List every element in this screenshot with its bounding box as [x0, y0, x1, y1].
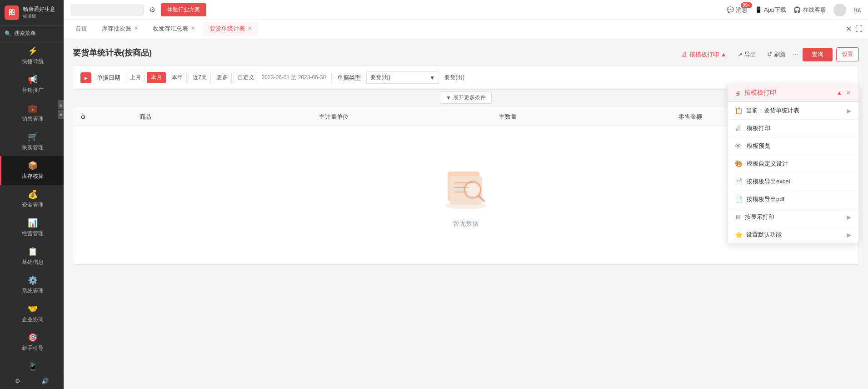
- printer-icon: 🖨: [682, 51, 688, 58]
- settings-button[interactable]: 设置: [836, 47, 859, 61]
- th-unit: 主计量单位: [319, 113, 492, 121]
- online-service-label: 在线客服: [803, 6, 826, 14]
- tab-actions: ✕ ⛶: [846, 25, 863, 33]
- sidebar-label-sales: 销售管理: [22, 115, 44, 123]
- more-btn[interactable]: ···: [793, 51, 799, 59]
- inventory-icon: 📦: [28, 161, 38, 171]
- sidebar-label-marketing: 营销推广: [22, 86, 44, 94]
- tab-collection[interactable]: 收发存汇总表 ✕: [146, 22, 201, 36]
- dropdown-template-print[interactable]: 🖨 模板打印: [728, 120, 858, 137]
- sidebar-item-cooperation[interactable]: 🤝企业协同: [0, 299, 64, 328]
- export-btn[interactable]: ↗ 导出: [734, 49, 760, 61]
- sidebar-item-purchase[interactable]: 🛒采购管理: [0, 127, 64, 156]
- date-options: 上月 本月 本年 近7天 更多 自定义 2023-06-01 至 2023-06…: [126, 72, 326, 83]
- tab-order-stats-close[interactable]: ✕: [248, 25, 252, 31]
- sidebar-item-basics[interactable]: 📋基础信息: [0, 242, 64, 271]
- export-pdf-icon: 📄: [735, 196, 742, 203]
- dropdown-set-default[interactable]: ⭐ 设置默认功能 ▶: [728, 226, 858, 243]
- current-template-label: 当前：要货单统计表: [746, 106, 799, 115]
- template-preview-icon: 👁: [735, 142, 742, 150]
- tab-home[interactable]: 首页: [69, 22, 94, 36]
- dropdown-export-pdf[interactable]: 📄 按模板导出pdf: [728, 191, 858, 208]
- guide-icon: 🎯: [28, 333, 38, 343]
- dropdown-template-design[interactable]: 🎨 模板自定义设计: [728, 155, 858, 173]
- basics-icon: 📋: [28, 247, 38, 257]
- th-quantity: 主数量: [499, 113, 672, 121]
- expand-label: 展开更多条件: [453, 94, 486, 101]
- trial-button[interactable]: 体验行业方案: [161, 3, 206, 16]
- scroll-up-arrow[interactable]: ▲: [58, 100, 64, 109]
- date-this-year-btn[interactable]: 本年: [168, 72, 187, 83]
- notification-badge: 99+: [741, 2, 752, 8]
- date-this-month-btn[interactable]: 本月: [147, 72, 166, 83]
- set-default-icon: ⭐: [735, 231, 743, 238]
- username-label: Rit: [853, 6, 861, 13]
- date-prev-month-btn[interactable]: 上月: [126, 72, 145, 83]
- dropdown-current-template[interactable]: 📋 当前：要货单统计表 ▶: [728, 102, 858, 120]
- order-type-select[interactable]: 要货(出) ▼: [366, 71, 439, 84]
- template-print-icon: 🖨: [735, 125, 742, 132]
- sidebar-item-quick-nav[interactable]: ⚡快捷导航: [0, 41, 64, 70]
- query-button[interactable]: 查询: [803, 48, 833, 61]
- sidebar-label-finance: 资金管理: [22, 201, 44, 209]
- sidebar-nav: ⚡快捷导航📢营销推广💼销售管理🛒采购管理📦库存核算💰资金管理📊经营管理📋基础信息…: [0, 41, 64, 373]
- online-service-btn[interactable]: 🎧 在线客服: [793, 6, 826, 14]
- expand-more-btn[interactable]: ▼ 展开更多条件: [440, 91, 492, 104]
- date-7days-btn[interactable]: 近7天: [189, 72, 211, 83]
- header-gear-icon[interactable]: ⚙: [149, 5, 155, 14]
- date-more-btn[interactable]: 更多: [213, 72, 232, 83]
- settings-icon[interactable]: ⚙: [15, 378, 20, 384]
- content-toolbar: 🖨 按模板打印 ▲ ↗ 导出 ↺ 刷新 ··· 查询 设置: [678, 47, 859, 61]
- sidebar-item-sales[interactable]: 💼销售管理: [0, 99, 64, 127]
- sidebar-item-finance[interactable]: 💰资金管理: [0, 185, 64, 213]
- sidebar-search[interactable]: 🔍 搜索菜单: [0, 26, 64, 41]
- header: ⚙ 体验行业方案 💬 消息 99+ 📱 App下载 🎧 在线客服 Rit: [64, 0, 868, 20]
- dropdown-printer-icon: 🖨: [735, 90, 741, 96]
- tab-collection-close[interactable]: ✕: [191, 25, 195, 31]
- sidebar-item-marketing[interactable]: 📢营销推广: [0, 70, 64, 99]
- print-dropdown-menu: 🖨 按模板打印 ▲ ✕ 📋 当前：要货单统计表 ▶ 🖨 模板打印: [727, 84, 859, 244]
- sidebar-item-guide[interactable]: 🎯新手引导: [0, 328, 64, 357]
- tab-batch-close[interactable]: ✕: [134, 25, 138, 31]
- current-template-arrow: ▶: [847, 107, 851, 114]
- refresh-icon: ↺: [767, 51, 772, 58]
- tab-order-stats-label: 要货单统计表: [210, 25, 245, 33]
- scroll-down-arrow[interactable]: ▼: [58, 110, 64, 119]
- export-icon: ↗: [738, 51, 743, 58]
- dropdown-title: 按模板打印: [744, 89, 776, 97]
- tab-batch[interactable]: 库存批次账 ✕: [95, 22, 145, 36]
- date-custom-btn[interactable]: 自定义: [234, 72, 258, 83]
- dropdown-close-btn[interactable]: ✕: [846, 89, 851, 96]
- print-template-btn[interactable]: 🖨 按模板打印 ▲: [678, 49, 730, 61]
- header-search-input[interactable]: [71, 5, 144, 15]
- user-avatar[interactable]: [833, 4, 846, 16]
- dropdown-collapse-arrow[interactable]: ▲: [837, 90, 842, 96]
- tab-maximize-btn[interactable]: ⛶: [855, 25, 863, 33]
- sidebar-item-apps[interactable]: 📱应用中心: [0, 357, 64, 373]
- svg-point-5: [466, 183, 479, 196]
- app-badge: 标准版: [23, 13, 55, 20]
- tab-close-btn[interactable]: ✕: [846, 25, 852, 33]
- tab-order-stats[interactable]: 要货单统计表 ✕: [203, 22, 258, 36]
- template-design-label: 模板自定义设计: [747, 160, 851, 168]
- volume-icon[interactable]: 🔊: [41, 378, 49, 384]
- tab-home-label: 首页: [75, 25, 87, 33]
- sidebar-item-operations[interactable]: 📊经营管理: [0, 213, 64, 242]
- th-settings[interactable]: ⚙: [80, 114, 132, 121]
- dropdown-template-preview[interactable]: 👁 模板预览: [728, 137, 858, 155]
- filter-expand-btn[interactable]: ▸: [80, 72, 91, 83]
- tab-batch-label: 库存批次账: [102, 25, 131, 33]
- dropdown-export-excel[interactable]: 📄 按模板导出excel: [728, 173, 858, 191]
- notification-btn[interactable]: 💬 消息 99+: [727, 6, 748, 14]
- sidebar-item-system[interactable]: ⚙️系统管理: [0, 271, 64, 299]
- dropdown-display-print[interactable]: 🖥 按显示打印 ▶: [728, 208, 858, 226]
- system-icon: ⚙️: [28, 275, 38, 285]
- app-download-btn[interactable]: 📱 App下载: [755, 6, 786, 14]
- display-print-icon: 🖥: [735, 213, 741, 221]
- order-type-value: 要货(出): [370, 74, 390, 81]
- template-print-label: 模板打印: [747, 124, 851, 132]
- refresh-btn[interactable]: ↺ 刷新: [763, 49, 789, 61]
- sidebar-item-inventory[interactable]: 📦库存核算: [0, 156, 64, 185]
- sidebar-bottom: ⚙ 🔊: [0, 373, 64, 389]
- header-right: 💬 消息 99+ 📱 App下载 🎧 在线客服 Rit: [727, 4, 861, 16]
